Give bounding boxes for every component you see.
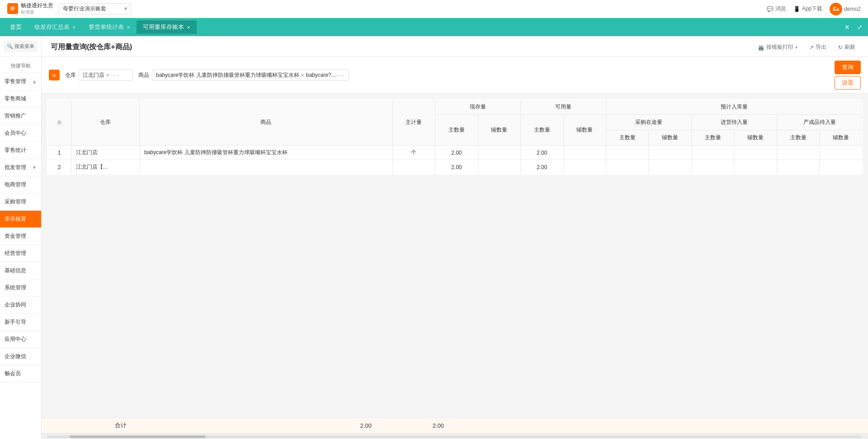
warehouse-tag: 江北门店 ✕ bbox=[83, 71, 109, 79]
filter-expand-button[interactable]: » bbox=[49, 70, 60, 80]
setting-button[interactable]: 设置 bbox=[835, 76, 861, 90]
warehouse-filter-label: 仓库 bbox=[65, 71, 76, 79]
sidebar-item-marketing[interactable]: 营销推广 bbox=[0, 108, 41, 124]
sidebar-item-new-guide[interactable]: 新手引导 bbox=[0, 314, 41, 330]
footer-label: 合计 bbox=[115, 421, 127, 430]
tab-available-inventory[interactable]: 可用量库存账本 ✕ bbox=[137, 20, 197, 34]
avatar: Ea bbox=[830, 3, 842, 15]
product-tag-close-icon-1[interactable]: ✕ bbox=[301, 73, 304, 78]
tab-order-stats[interactable]: 要货单统计表 ✕ bbox=[82, 20, 137, 34]
sidebar-item-member-center[interactable]: 会员中心 bbox=[0, 125, 41, 142]
search-menu-button[interactable]: 🔍 搜索菜单 bbox=[4, 41, 38, 52]
footer-available-main: 2.00 bbox=[420, 422, 456, 429]
query-button[interactable]: 查询 bbox=[835, 61, 861, 74]
filter-more-icon[interactable]: ··· bbox=[111, 71, 119, 79]
cell-purchase-main bbox=[606, 160, 649, 175]
close-window-icon[interactable]: ✕ bbox=[843, 22, 852, 33]
cell-incoming-main bbox=[691, 160, 734, 175]
warehouse-tag-close-icon[interactable]: ✕ bbox=[106, 73, 109, 78]
sidebar-item-app-center[interactable]: 应用中心 bbox=[0, 331, 41, 348]
brand: 好 畅捷通好生意 标准版 bbox=[7, 2, 53, 15]
quick-nav-section: 快捷导航 bbox=[0, 57, 41, 73]
cell-stock-main: 2.00 bbox=[435, 160, 478, 175]
settings-icon[interactable]: ⚙ bbox=[57, 119, 62, 126]
template-select[interactable]: 母婴行业演示账套 ▾ bbox=[59, 3, 131, 14]
col-avail-aux-header: 辅数量 bbox=[563, 115, 606, 146]
sidebar-item-basic-info[interactable]: 基础信息 bbox=[0, 262, 41, 279]
col-production-main-header: 主数量 bbox=[777, 130, 819, 146]
sidebar-item-retail-mall[interactable]: 零售商城 bbox=[0, 90, 41, 107]
brand-name: 畅捷通好生意 bbox=[21, 2, 53, 9]
tab-collection-summary[interactable]: 收发存汇总表 ✕ bbox=[28, 20, 82, 34]
product-filter-input[interactable]: babycare学饮杯 儿童防摔防撞吸管杯重力球吸嘴杯宝宝水杯 ✕ babyca… bbox=[152, 70, 349, 81]
col-stock-header: 现存量 bbox=[435, 99, 521, 115]
cell-production-main bbox=[777, 160, 819, 175]
cell-product: babycare学饮杯 儿童防摔防撞吸管杯重力球吸嘴杯宝宝水杯 bbox=[139, 146, 392, 160]
sidebar-inventory-check: 库存核算 bbox=[0, 211, 41, 228]
expand-icon[interactable]: ⤢ bbox=[855, 22, 864, 33]
sidebar-item-ecommerce-mgmt[interactable]: 电商管理 bbox=[0, 176, 41, 193]
horizontal-scrollbar[interactable] bbox=[42, 434, 868, 439]
cell-mainunit: 个 bbox=[392, 146, 435, 160]
cell-production-aux bbox=[820, 160, 863, 175]
user-profile[interactable]: Ea demo2 bbox=[830, 3, 861, 15]
tab-close-icon[interactable]: ✕ bbox=[72, 25, 76, 30]
sidebar-item-wholesale-mgmt[interactable]: 批发管理 ▼ bbox=[0, 159, 41, 176]
nav-tabs: 首页 收发存汇总表 ✕ 要货单统计表 ✕ 可用量库存账本 ✕ ✕ ⤢ bbox=[0, 18, 868, 36]
chevron-icon: ▲ bbox=[32, 79, 37, 84]
sidebar-member-center: 会员中心 bbox=[0, 125, 41, 142]
warehouse-filter-input[interactable]: 江北门店 ✕ ··· bbox=[79, 70, 133, 81]
sidebar-operations-mgmt: 经营管理 bbox=[0, 245, 41, 262]
sidebar-item-retail-mgmt[interactable]: 零售管理 ▲ bbox=[0, 73, 41, 90]
col-purchase-main-header: 主数量 bbox=[606, 130, 649, 146]
sidebar-item-enterprise-collab[interactable]: 企业协同 bbox=[0, 297, 41, 313]
export-button[interactable]: ↗ 导出 bbox=[806, 42, 830, 53]
app-download-action[interactable]: 📱 App下载 bbox=[793, 5, 822, 13]
product-more-icon[interactable]: ··· bbox=[337, 71, 345, 79]
sidebar-item-operations-mgmt[interactable]: 经营管理 bbox=[0, 245, 41, 262]
sidebar-item-enterprise-wechat[interactable]: 企业微信 bbox=[0, 348, 41, 365]
sidebar-item-retail-stats[interactable]: 零售统计 bbox=[0, 142, 41, 159]
table-row: 1 江北门店 babycare学饮杯 儿童防摔防撞吸管杯重力球吸嘴杯宝宝水杯 个… bbox=[47, 146, 863, 160]
col-purchase-aux-header: 辅数量 bbox=[649, 130, 691, 146]
sidebar-item-purchase-mgmt[interactable]: 采购管理 bbox=[0, 194, 41, 210]
scrollbar-thumb[interactable] bbox=[70, 435, 205, 438]
message-icon: 💬 bbox=[767, 6, 774, 12]
col-mainunit-header: 主计量 bbox=[392, 99, 435, 146]
sidebar-item-finance-mgmt[interactable]: 资金管理 bbox=[0, 228, 41, 245]
brand-tag: 标准版 bbox=[21, 9, 53, 15]
col-settings[interactable]: ⚙ bbox=[47, 99, 71, 146]
tab-home[interactable]: 首页 bbox=[4, 20, 28, 34]
col-incoming-header: 进货待入量 bbox=[691, 115, 777, 130]
sidebar-search-section: 🔍 搜索菜单 bbox=[0, 36, 41, 57]
page-header: 可用量查询(按仓库+商品) 🖨️ 按模板打印 ▾ ↗ 导出 ↻ 刷新 bbox=[42, 36, 868, 57]
col-available-header: 可用量 bbox=[521, 99, 606, 115]
sidebar-item-inventory-check[interactable]: 库存核算 bbox=[0, 211, 41, 227]
scrollbar-track bbox=[47, 435, 863, 438]
warehouse-filter-group: 仓库 江北门店 ✕ ··· bbox=[65, 70, 133, 81]
cell-purchase-aux bbox=[649, 146, 691, 160]
cell-warehouse: 江北门店 bbox=[71, 146, 140, 160]
page-title: 可用量查询(按仓库+商品) bbox=[51, 42, 132, 52]
cell-production-aux bbox=[820, 146, 863, 160]
sidebar-item-member-plus[interactable]: 畅会员 bbox=[0, 365, 41, 382]
cell-incoming-aux bbox=[734, 146, 777, 160]
app-icon: 📱 bbox=[793, 6, 800, 12]
sidebar-item-system-mgmt[interactable]: 系统管理 bbox=[0, 279, 41, 296]
refresh-button[interactable]: ↻ 刷新 bbox=[835, 42, 859, 53]
chevron-down-icon: ▾ bbox=[795, 45, 797, 50]
table-footer: 合计 2.00 2.00 bbox=[42, 417, 868, 434]
top-bar-right: 💬 消息 📱 App下载 Ea demo2 bbox=[767, 3, 861, 15]
cell-purchase-main bbox=[606, 146, 649, 160]
product-tag-1: babycare学饮杯 儿童防摔防撞吸管杯重力球吸嘴杯宝宝水杯 ✕ bbox=[156, 71, 304, 79]
sidebar-retail-mgmt: 零售管理 ▲ bbox=[0, 73, 41, 90]
quick-nav-link[interactable]: 快捷导航 bbox=[4, 61, 38, 71]
sidebar-wholesale-mgmt: 批发管理 ▼ bbox=[0, 159, 41, 176]
sidebar-system-mgmt: 系统管理 bbox=[0, 279, 41, 297]
inventory-table: ⚙ 仓库 商品 主计量 现存量 可用量 预计入库量 主数量 辅数量 主数量 辅数… bbox=[47, 99, 863, 175]
cell-available-main: 2.00 bbox=[521, 160, 563, 175]
template-print-button[interactable]: 🖨️ 按模板打印 ▾ bbox=[754, 42, 801, 53]
message-action[interactable]: 💬 消息 bbox=[767, 5, 786, 13]
tab-close-icon[interactable]: ✕ bbox=[187, 25, 190, 30]
tab-close-icon[interactable]: ✕ bbox=[127, 25, 130, 30]
